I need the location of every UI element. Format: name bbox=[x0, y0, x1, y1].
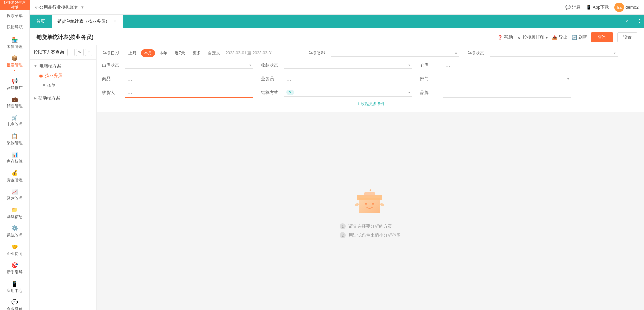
help-button[interactable]: ❓ 帮助 bbox=[497, 34, 513, 40]
doc-status-select[interactable]: ▾ bbox=[490, 50, 618, 57]
date-btn-last-month[interactable]: 上月 bbox=[125, 49, 140, 57]
marketing-icon: 📢 bbox=[11, 78, 18, 84]
dept-select[interactable]: ▾ bbox=[443, 75, 571, 82]
date-btn-last7days[interactable]: 近7天 bbox=[172, 49, 188, 57]
top-header-left: 办公用品行业模拟账套 ▾ bbox=[35, 4, 84, 10]
sidebar-item-sales[interactable]: 💼 销售管理 bbox=[0, 93, 29, 111]
ecom-icon: 🛒 bbox=[11, 114, 18, 121]
brand-label: 品牌 bbox=[420, 90, 443, 96]
message-icon: 💬 bbox=[565, 5, 571, 10]
date-range: 2023-03-01 至 2023-03-31 bbox=[226, 50, 273, 56]
print-button[interactable]: 🖨 按模板打印 ▾ bbox=[517, 34, 548, 40]
group-collapse-icon: ▶ bbox=[34, 96, 36, 100]
scheme-item-by-order[interactable]: ≡ 按单 bbox=[30, 81, 96, 90]
sidebar-item-corp[interactable]: 🤝 企业协同 bbox=[0, 240, 29, 259]
scheme-label-salesman: 按业务员 bbox=[45, 72, 62, 79]
empty-state: ✦ 1 bbox=[326, 171, 414, 252]
doc-type-arrow: ▾ bbox=[455, 51, 457, 55]
sidebar-item-newbie[interactable]: 🎯 新手引导 bbox=[0, 259, 29, 277]
app-download-button[interactable]: 📱 App下载 bbox=[586, 4, 609, 10]
account-title: 办公用品行业模拟账套 bbox=[35, 4, 78, 10]
tab-home[interactable]: 首页 bbox=[30, 15, 52, 28]
scheme-active-icon: ◉ bbox=[39, 73, 43, 78]
warehouse-field[interactable]: ... bbox=[443, 60, 571, 70]
export-label: 导出 bbox=[559, 34, 568, 40]
sidebar-item-label-appstore: 应用中心 bbox=[7, 288, 23, 294]
stock-status-select[interactable]: ▾ bbox=[125, 62, 253, 69]
date-group: 上月 本月 本年 近7天 更多 自定义 2023-03-01 至 2023-03… bbox=[125, 49, 300, 57]
sidebar-item-label-business: 经营管理 bbox=[7, 196, 23, 201]
help-icon: ❓ bbox=[497, 35, 503, 40]
receiver-field[interactable]: ... bbox=[125, 87, 253, 98]
date-btn-custom[interactable]: 自定义 bbox=[205, 49, 223, 57]
brand-field[interactable]: ... bbox=[443, 88, 571, 98]
account-dropdown-icon[interactable]: ▾ bbox=[81, 5, 84, 10]
date-btn-more[interactable]: 更多 bbox=[190, 49, 204, 57]
weixin-icon: 💬 bbox=[11, 299, 18, 305]
payment-status-select[interactable]: ▾ bbox=[284, 62, 412, 69]
empty-box-svg: ✦ bbox=[354, 186, 387, 216]
payment-method-tag[interactable]: × bbox=[286, 90, 294, 95]
date-btn-this-year[interactable]: 本年 bbox=[156, 49, 170, 57]
filter-area: 单据日期 上月 本月 本年 近7天 更多 自定义 2023-03-01 至 20… bbox=[97, 45, 644, 112]
sidebar-item-weixin[interactable]: 💬 企业微信 bbox=[0, 296, 29, 310]
sidebar-item-finance[interactable]: 💰 资金管理 bbox=[0, 166, 29, 185]
sidebar-item-appstore[interactable]: 📱 应用中心 bbox=[0, 277, 29, 296]
empty-state-image: ✦ bbox=[354, 185, 387, 218]
group-label-pc: 电脑端方案 bbox=[39, 63, 61, 69]
business-icon: 📈 bbox=[11, 188, 18, 195]
goods-field[interactable]: ... bbox=[125, 74, 253, 84]
sidebar-item-ecom[interactable]: 🛒 电商管理 bbox=[0, 111, 29, 130]
sidebar-item-marketing[interactable]: 📢 营销推广 bbox=[0, 74, 29, 93]
date-btn-this-month[interactable]: 本月 bbox=[141, 49, 155, 57]
edit-scheme-button[interactable]: ✎ bbox=[76, 49, 84, 56]
print-icon: 🖨 bbox=[517, 35, 521, 40]
sidebar-item-retail[interactable]: 🏪 零售管理 bbox=[0, 33, 29, 52]
svg-point-4 bbox=[365, 203, 367, 205]
collapse-panel-button[interactable]: « bbox=[85, 49, 92, 56]
payment-status-arrow: ▾ bbox=[408, 63, 410, 67]
sidebar-item-business[interactable]: 📈 经营管理 bbox=[0, 185, 29, 203]
refresh-icon: 🔄 bbox=[572, 35, 577, 40]
scheme-item-salesman[interactable]: ◉ 按业务员 bbox=[30, 70, 96, 81]
left-panel-group-pc[interactable]: ▼ 电脑端方案 bbox=[30, 62, 96, 70]
query-button[interactable]: 查询 bbox=[591, 32, 613, 42]
doc-type-select[interactable]: ▾ bbox=[331, 50, 459, 57]
user-avatar-area[interactable]: Ea demo2 bbox=[614, 3, 639, 12]
tab-maximize-button[interactable]: ⛶ bbox=[633, 17, 641, 25]
sidebar-item-label-basic: 基础信息 bbox=[7, 214, 23, 220]
sidebar-shortcut[interactable]: 快捷导航 bbox=[0, 22, 29, 32]
tab-close-button[interactable]: × bbox=[112, 19, 118, 24]
tab-close-all-button[interactable]: × bbox=[623, 17, 631, 25]
sidebar-item-wholesale[interactable]: 📦 批发管理 ▲ bbox=[0, 52, 29, 74]
username: demo2 bbox=[625, 5, 639, 10]
sidebar-item-purchase[interactable]: 📋 采购管理 bbox=[0, 130, 29, 148]
sidebar-item-system[interactable]: ⚙️ 系统管理 bbox=[0, 222, 29, 240]
tab-sales-stat[interactable]: 销货单统计表（按业务员） × bbox=[52, 15, 123, 28]
page-content: 销货单统计表(按业务员) ❓ 帮助 🖨 按模板打印 ▾ 📤 导出 🔄 刷新 bbox=[30, 28, 644, 310]
sidebar-item-basic[interactable]: 📁 基础信息 bbox=[0, 203, 29, 222]
settings-button[interactable]: 设置 bbox=[617, 32, 637, 42]
message-button[interactable]: 💬 消息 bbox=[565, 4, 581, 10]
top-header-right: 💬 消息 📱 App下载 Ea demo2 bbox=[565, 3, 639, 12]
collapse-label: 收起更多条件 bbox=[361, 101, 385, 107]
date-label: 单据日期 bbox=[102, 50, 125, 56]
top-header: 办公用品行业模拟账套 ▾ 💬 消息 📱 App下载 Ea demo2 bbox=[30, 0, 644, 15]
payment-method-label: 结算方式 bbox=[261, 90, 284, 96]
add-scheme-button[interactable]: + bbox=[67, 49, 75, 56]
sidebar: 畅捷通好生意 标版 搜索菜单 快捷导航 🏪 零售管理 📦 批发管理 ▲ 📢 营销… bbox=[0, 0, 30, 310]
filter-row-1: 单据日期 上月 本月 本年 近7天 更多 自定义 2023-03-01 至 20… bbox=[102, 49, 639, 57]
finance-icon: 💰 bbox=[11, 170, 18, 176]
tab-home-label: 首页 bbox=[36, 18, 45, 24]
filter-collapse-button[interactable]: 《 收起更多条件 bbox=[102, 100, 639, 108]
salesman-field[interactable]: ... bbox=[284, 74, 412, 84]
system-icon: ⚙️ bbox=[11, 225, 18, 231]
payment-method-field[interactable]: × ▾ bbox=[284, 88, 412, 97]
page-header: 销货单统计表(按业务员) ❓ 帮助 🖨 按模板打印 ▾ 📤 导出 🔄 刷新 bbox=[30, 28, 644, 45]
export-button[interactable]: 📤 导出 bbox=[552, 34, 568, 40]
sidebar-item-inventory[interactable]: 📊 库存核算 bbox=[0, 148, 29, 166]
refresh-button[interactable]: 🔄 刷新 bbox=[572, 34, 587, 40]
sidebar-search[interactable]: 搜索菜单 bbox=[0, 10, 29, 22]
left-panel-group-mobile[interactable]: ▶ 移动端方案 bbox=[30, 94, 96, 102]
export-icon: 📤 bbox=[552, 35, 557, 40]
